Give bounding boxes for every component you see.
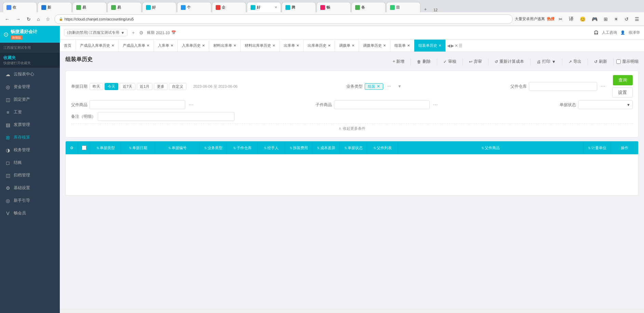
sidebar-item-guide[interactable]: ◎ 新手引导 <box>0 194 60 207</box>
parent-goods-ellipsis[interactable]: ⋯ <box>187 102 195 108</box>
sort-icon-no[interactable]: ⇅ <box>168 146 171 150</box>
browser-tab-7[interactable]: 企 <box>212 2 246 12</box>
abandon-button[interactable]: ↩ 弃审 <box>466 57 485 66</box>
sidebar-item-cloud-report[interactable]: ☁ 云报表中心 <box>0 68 60 81</box>
browser-tab-1[interactable]: 在 <box>3 2 37 12</box>
emoji-button[interactable]: 😊 <box>578 15 588 23</box>
back-button[interactable]: ← <box>3 15 12 23</box>
sidebar-item-base-settings[interactable]: ⚙ 基础设置 <box>0 182 60 194</box>
app-tab-in-history[interactable]: 入库单历史 ✕ <box>178 40 209 52</box>
sidebar-favorites[interactable]: 收藏夹 快捷键打开收藏夹 <box>0 53 60 68</box>
browser-tab-4[interactable]: 易 <box>107 2 142 12</box>
sort-icon-date[interactable]: ⇅ <box>129 146 132 150</box>
company-selector[interactable]: (勿删勿禁用) 江西服宝测试专用 ▼ <box>64 29 128 36</box>
app-tab-prod-in[interactable]: 产成品入库单 ✕ <box>119 40 154 52</box>
app-tab-close-assembly[interactable]: ✕ <box>407 44 410 47</box>
app-tab-close-in-history[interactable]: ✕ <box>202 44 205 47</box>
app-tab-transfer[interactable]: 调拨单 ✕ <box>335 40 359 52</box>
settings-company-button[interactable]: ⚙ <box>139 30 144 35</box>
home-button[interactable]: ⌂ <box>35 15 42 23</box>
app-tab-transfer-history[interactable]: 调拨单历史 ✕ <box>359 40 390 52</box>
grid-button[interactable]: ⊞ <box>602 15 610 23</box>
app-tab-close-prod-in[interactable]: ✕ <box>147 44 149 47</box>
sidebar-item-tax[interactable]: ◑ 税务管理 <box>0 144 60 156</box>
sort-icon-unit[interactable]: ⇅ <box>588 146 591 150</box>
sidebar-item-checkout[interactable]: ◻ 结账 <box>0 156 60 169</box>
translate-button[interactable]: 译 <box>567 15 576 24</box>
date-btn-more[interactable]: 更多 <box>154 83 167 90</box>
app-tab-out-order[interactable]: 出库单 ✕ <box>280 40 304 52</box>
export-button[interactable]: ↗ 导出 <box>565 57 585 66</box>
filter-settings-button[interactable]: 设置 <box>612 87 633 98</box>
tab-prev-button[interactable]: ◀ <box>447 43 450 48</box>
tab-close-current-button[interactable]: ✕ <box>455 43 458 48</box>
tab-more-button[interactable]: ☰ <box>459 43 462 48</box>
app-tab-close-transfer[interactable]: ✕ <box>352 44 354 47</box>
sidebar-item-member[interactable]: V 畅会员 <box>0 207 60 219</box>
recalc-cost-button[interactable]: ↺ 重新计算成本 <box>491 57 527 66</box>
sun-button[interactable]: ☀ <box>612 15 620 23</box>
address-bar[interactable]: 🔒 https://cloud.chanjet.com/accounting/u… <box>54 14 513 24</box>
sort-icon-handler[interactable]: ⇅ <box>264 146 267 150</box>
sidebar-item-fund[interactable]: ◎ 资金管理 <box>0 81 60 93</box>
undo-button[interactable]: ↺ <box>622 15 631 23</box>
app-tab-close-out-order[interactable]: ✕ <box>296 44 299 47</box>
app-tab-close-mat-out[interactable]: ✕ <box>233 44 236 47</box>
biz-type-dropdown[interactable]: ⋯ <box>385 82 395 91</box>
sidebar-item-payroll[interactable]: ≡ 工资 <box>0 106 60 118</box>
date-btn-7days[interactable]: 近7天 <box>120 83 135 90</box>
sort-icon-dc[interactable]: ⇅ <box>290 146 292 150</box>
game-button[interactable]: 🎮 <box>590 15 600 23</box>
date-btn-today[interactable]: 今天 <box>105 83 118 90</box>
date-btn-yesterday[interactable]: 昨天 <box>90 83 103 90</box>
sort-icon-subwarehouse[interactable]: ⇅ <box>233 146 236 150</box>
collapse-bar[interactable]: ∧ 收起更多条件 <box>71 124 633 133</box>
browser-tab-2[interactable]: 新 <box>38 2 72 12</box>
app-tab-in-order[interactable]: 入库单 ✕ <box>154 40 178 52</box>
status-dropdown[interactable]: ▼ <box>578 100 633 109</box>
sort-icon-cd[interactable]: ⇅ <box>317 146 320 150</box>
app-tab-close-out-history[interactable]: ✕ <box>328 44 331 47</box>
show-detail-checkbox[interactable] <box>616 59 621 64</box>
sort-icon-pg[interactable]: ⇅ <box>481 146 484 150</box>
forward-button[interactable]: → <box>14 15 23 23</box>
date-btn-1month[interactable]: 近1月 <box>137 83 152 90</box>
query-button[interactable]: 查询 <box>613 75 633 85</box>
sort-icon-status[interactable]: ⇅ <box>344 146 347 150</box>
app-tab-close-transfer-history[interactable]: ✕ <box>383 44 386 47</box>
date-btn-custom[interactable]: 自定义 <box>169 83 186 90</box>
browser-tab-close-8[interactable]: ✕ <box>274 5 277 9</box>
sidebar-item-invoice[interactable]: ▤ 发票管理 <box>0 118 60 131</box>
app-tab-close-assembly-history[interactable]: ✕ <box>439 44 441 47</box>
audit-button[interactable]: ✓ 审核 <box>440 57 460 66</box>
app-tab-close-in-order[interactable]: ✕ <box>171 44 173 47</box>
app-tab-mat-out-history[interactable]: 材料出库单历史 ✕ <box>241 40 280 52</box>
select-all-checkbox[interactable] <box>82 145 86 150</box>
scissors-button[interactable]: ✂ <box>556 15 565 23</box>
refresh-browser-button[interactable]: ↻ <box>25 15 33 23</box>
add-company-button[interactable]: ＋ <box>131 30 136 36</box>
sort-icon-type[interactable]: ⇅ <box>96 146 99 150</box>
sub-goods-ellipsis[interactable]: ⋯ <box>432 102 439 108</box>
sidebar-item-inventory[interactable]: ⊞ 库存核算 <box>0 131 60 144</box>
tab-next-button[interactable]: ▶ <box>451 43 454 48</box>
delete-button[interactable]: 🗑 删除 <box>414 57 434 66</box>
app-tab-close-mat-out-history[interactable]: ✕ <box>272 44 275 47</box>
print-button[interactable]: 🖨 打印 ▼ <box>533 57 559 66</box>
sort-icon-pl[interactable]: ⇅ <box>373 146 376 150</box>
app-tab-assembly[interactable]: 组装单 ✕ <box>390 40 414 52</box>
th-checkbox[interactable] <box>78 141 90 154</box>
bookmark-button[interactable]: ☆ <box>44 15 52 23</box>
sub-goods-input[interactable] <box>334 100 430 109</box>
app-tab-assembly-history[interactable]: 组装单历史 ✕ <box>414 40 446 52</box>
scrollbar-area[interactable] <box>60 309 644 313</box>
browser-tab-6[interactable]: 个 <box>177 2 211 12</box>
app-tab-close-prod-in-history[interactable]: ✕ <box>111 44 114 47</box>
parent-warehouse-ellipsis[interactable]: ⋯ <box>599 84 607 89</box>
app-tab-prod-in-history[interactable]: 产成品入库单历史 ✕ <box>76 40 119 52</box>
show-detail-toggle[interactable]: 显示明细 <box>616 59 639 65</box>
browser-tab-8[interactable]: 好 ✕ <box>247 2 281 12</box>
browser-tab-9[interactable]: 腾 <box>282 2 316 12</box>
refresh-button[interactable]: ↺ 刷新 <box>591 57 611 66</box>
browser-tab-10[interactable]: 畅 <box>317 2 351 12</box>
